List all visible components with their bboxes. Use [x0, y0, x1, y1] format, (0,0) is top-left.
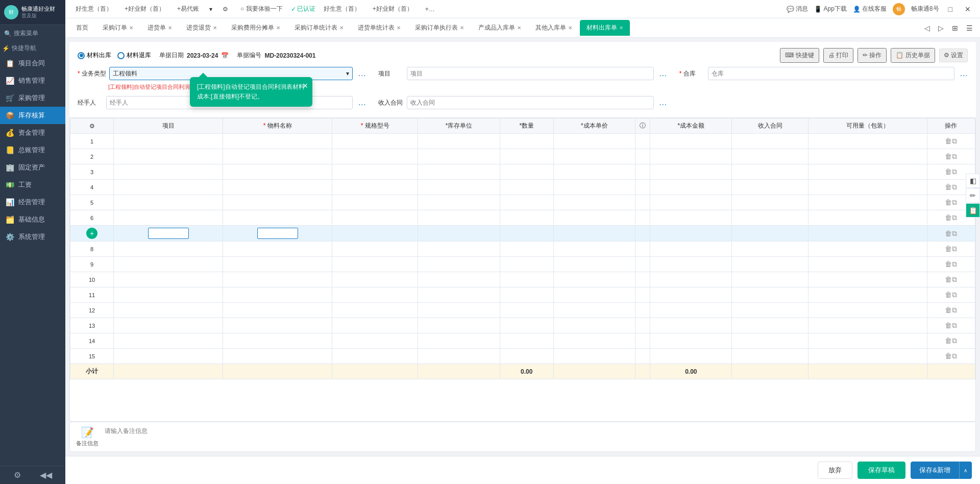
sidebar-item-ops[interactable]: 📊 经营管理 [0, 193, 65, 211]
delete-row-btn[interactable]: 🗑 [945, 213, 952, 222]
tab-next[interactable]: ▷ [935, 22, 947, 34]
copy-row-btn[interactable]: ⧉ [952, 198, 957, 206]
sidebar-item-system[interactable]: ⚙️ 系统管理 [0, 228, 65, 246]
tab-inbound-stat[interactable]: 进货单统计表✕ [351, 20, 407, 36]
project-input[interactable] [407, 67, 653, 80]
topbar-more2[interactable]: +… [421, 4, 439, 15]
delete-row-btn[interactable]: 🗑 [945, 291, 952, 299]
copy-row-btn[interactable]: ⧉ [952, 245, 957, 253]
topbar-haoshengyi2[interactable]: 好生意（首） [320, 3, 364, 15]
tab-inbound[interactable]: 进货单✕ [141, 20, 179, 36]
print-btn[interactable]: 🖨 打印 [823, 48, 853, 63]
delete-row-btn[interactable]: 🗑 [945, 245, 952, 253]
delete-row-btn[interactable]: 🗑 [945, 152, 952, 160]
tab-home[interactable]: 首页 [69, 20, 95, 36]
topbar-settings-btn[interactable]: ⚙ [218, 4, 232, 15]
avatar[interactable]: 畅 [893, 3, 905, 15]
income-contract-input[interactable] [407, 96, 653, 109]
window-restore[interactable]: □ [945, 3, 955, 15]
settings-btn[interactable]: ⚙ 设置 [939, 49, 968, 62]
copy-row-btn[interactable]: ⧉ [952, 167, 957, 176]
copy-row-btn[interactable]: ⧉ [952, 137, 957, 145]
col-settings[interactable]: ⚙ [70, 118, 114, 134]
window-close[interactable]: ✕ [962, 3, 974, 15]
date-value[interactable]: 2023-03-24 [187, 52, 218, 59]
save-new-arrow[interactable]: ∧ [959, 462, 972, 479]
agent-dots[interactable]: … [358, 98, 366, 107]
copy-row-btn[interactable]: ⧉ [952, 260, 957, 268]
topbar-more-dropdown[interactable]: ▾ [207, 5, 214, 14]
copy-row-btn[interactable]: ⧉ [952, 321, 957, 329]
tab-close[interactable]: ✕ [339, 25, 344, 31]
sidebar-collapse-icon[interactable]: ◀◀ [40, 470, 52, 480]
copy-row-btn[interactable]: ⧉ [952, 213, 957, 222]
save-draft-button[interactable]: 保存草稿 [857, 462, 905, 479]
delete-row-btn[interactable]: 🗑 [945, 137, 952, 145]
tab-grid-view[interactable]: ⊞ [949, 22, 961, 34]
radio-material-return[interactable]: 材料退库 [117, 51, 151, 60]
copy-row-btn[interactable]: ⧉ [952, 336, 957, 345]
delete-row-btn[interactable]: 🗑 [945, 198, 952, 206]
delete-row-btn[interactable]: 🗑 [945, 306, 952, 314]
delete-row-btn[interactable]: 🗑 [945, 321, 952, 329]
tab-close[interactable]: ✕ [619, 25, 623, 31]
calendar-icon[interactable]: 📅 [221, 52, 229, 59]
tab-list-view[interactable]: ☰ [963, 22, 976, 34]
sidebar-settings-icon[interactable]: ⚙ [14, 470, 21, 480]
right-note-btn[interactable]: ✏ [966, 188, 980, 203]
copy-row-btn[interactable]: ⧉ [952, 183, 957, 191]
sidebar-item-salary[interactable]: 💵 工资 [0, 176, 65, 193]
copy-row-btn[interactable]: ⧉ [952, 306, 957, 314]
search-menu[interactable]: 🔍 搜索菜单 [0, 25, 65, 42]
tab-close[interactable]: ✕ [213, 25, 217, 31]
warehouse-dots[interactable]: … [960, 69, 968, 78]
tab-material-out[interactable]: 材料出库单✕ [580, 20, 630, 36]
project-dots[interactable]: … [659, 69, 667, 78]
biz-type-dots[interactable]: … [358, 69, 366, 78]
shortcut-btn[interactable]: ⌨ 快捷键 [780, 48, 819, 63]
income-contract-dots[interactable]: … [659, 98, 667, 107]
delete-row-btn[interactable]: 🗑 [945, 183, 952, 191]
sidebar-item-ledger[interactable]: 📒 总账管理 [0, 141, 65, 159]
copy-row-btn[interactable]: ⧉ [952, 229, 957, 237]
topbar-experience[interactable]: ○ 我要体验一下 [236, 3, 287, 15]
sidebar-item-project[interactable]: 📋 项目合同 [0, 55, 65, 72]
topbar-haoyecai[interactable]: +好业财（首） [120, 3, 169, 15]
delete-row-btn[interactable]: 🗑 [945, 336, 952, 345]
topbar-haoyecai2[interactable]: +好业财（首） [369, 3, 417, 15]
tab-close[interactable]: ✕ [397, 25, 401, 31]
right-notification-btn[interactable]: 📋 [966, 203, 980, 217]
tab-close[interactable]: ✕ [129, 25, 133, 31]
topbar-service[interactable]: 👤 在线客服 [853, 5, 887, 13]
sidebar-item-inventory[interactable]: 📦 库存核算 [0, 107, 65, 124]
warehouse-input[interactable] [708, 67, 954, 80]
sidebar-item-sales[interactable]: 📈 销售管理 [0, 72, 65, 89]
topbar-app[interactable]: 📱 App下载 [814, 5, 846, 13]
operation-btn[interactable]: ✏ 操作 [857, 48, 887, 63]
tab-purchase-stat[interactable]: 采购订单统计表✕ [288, 20, 350, 36]
delete-row-btn[interactable]: 🗑 [945, 260, 952, 268]
sidebar-item-assets[interactable]: 🏢 固定资产 [0, 159, 65, 176]
delete-row-btn[interactable]: 🗑 [945, 352, 952, 360]
delete-row-btn[interactable]: 🗑 [945, 229, 952, 237]
delete-row-btn[interactable]: 🗑 [945, 275, 952, 283]
radio-material-out[interactable]: 材料出库 [78, 51, 111, 60]
copy-row-btn[interactable]: ⧉ [952, 275, 957, 283]
add-row-btn[interactable]: + [86, 228, 97, 239]
copy-row-btn[interactable]: ⧉ [952, 291, 957, 299]
save-new-button[interactable]: 保存&新增 [911, 462, 959, 479]
topbar-haoshengyi[interactable]: 好生意（首） [71, 3, 116, 15]
discard-button[interactable]: 放弃 [818, 462, 852, 479]
tab-close[interactable]: ✕ [460, 25, 464, 31]
sidebar-item-basic[interactable]: 🗂️ 基础信息 [0, 211, 65, 228]
tab-close[interactable]: ✕ [168, 25, 172, 31]
quick-nav[interactable]: ⚡ 快捷导航 [0, 42, 65, 55]
tab-product-inbound[interactable]: 产成品入库单✕ [472, 20, 528, 36]
tab-purchase-order[interactable]: 采购订单✕ [96, 20, 140, 36]
copy-row-btn[interactable]: ⧉ [952, 152, 957, 160]
tab-close[interactable]: ✕ [517, 25, 521, 31]
tab-purchase-exec[interactable]: 采购订单执行表✕ [408, 20, 471, 36]
notes-input[interactable] [104, 426, 969, 435]
tab-inbound-return[interactable]: 进货退货✕ [180, 20, 224, 36]
tab-purchase-expense[interactable]: 采购费用分摊单✕ [225, 20, 287, 36]
